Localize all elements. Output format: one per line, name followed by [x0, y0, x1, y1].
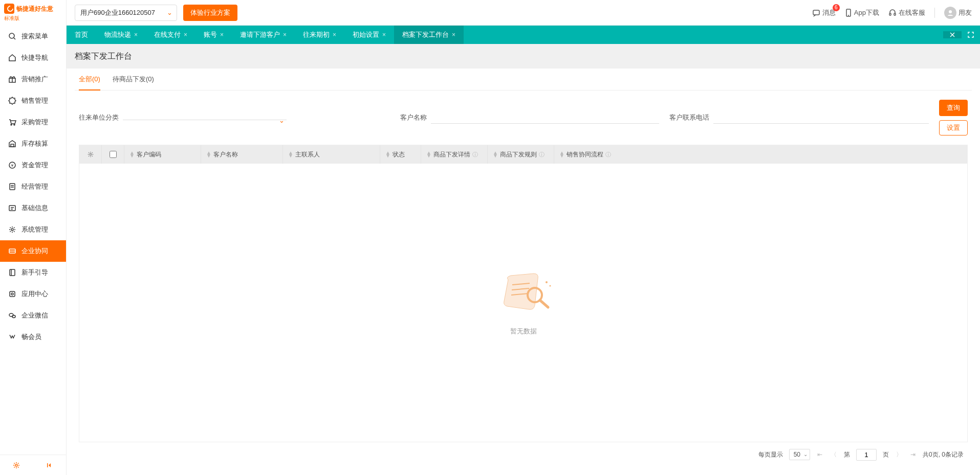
sidebar-item-label: 经营管理 [21, 182, 48, 191]
fullscreen-button[interactable] [962, 31, 980, 38]
sidebar-item-label: 搜索菜单 [21, 32, 48, 41]
svg-point-0 [9, 33, 14, 38]
close-icon[interactable]: × [220, 31, 224, 38]
first-page-button[interactable]: ⇤ [816, 450, 823, 459]
tab-invite[interactable]: 邀请下游客户× [232, 26, 295, 44]
per-page-select[interactable]: 50 ⌄ [789, 449, 810, 460]
col-status[interactable]: ▲▼状态 [380, 145, 421, 164]
svg-rect-25 [47, 463, 48, 467]
sidebar-item-label: 采购管理 [21, 118, 48, 127]
message-link[interactable]: 消息 6 [812, 8, 836, 17]
tab-account[interactable]: 账号× [195, 26, 232, 44]
close-icon[interactable]: × [134, 31, 138, 38]
help-icon[interactable]: ⓘ [539, 151, 545, 159]
chevron-down-icon: ⌄ [279, 117, 285, 124]
table: ▲▼客户编码 ▲▼客户名称 ▲▼主联系人 ▲▼状态 ▲▼商品下发详情 ⓘ ▲▼商… [79, 145, 968, 442]
close-icon[interactable]: × [283, 31, 287, 38]
tenant-select[interactable]: 用户690企业1660120507 ⌄ [75, 5, 177, 21]
svg-rect-6 [11, 144, 14, 147]
col-contact[interactable]: ▲▼主联系人 [283, 145, 380, 164]
filter-category-select[interactable]: ⌄ [123, 116, 287, 120]
help-icon[interactable]: ⓘ [472, 151, 478, 159]
tab-logistics[interactable]: 物流快递× [96, 26, 146, 44]
filter-customer-name-input[interactable] [431, 111, 660, 124]
sidebar-item-label: 基础信息 [21, 203, 48, 213]
sidebar-item-sales[interactable]: 销售管理 [0, 90, 66, 111]
message-badge: 6 [833, 4, 840, 11]
collapse-icon[interactable] [46, 461, 54, 469]
query-button[interactable]: 查询 [939, 100, 968, 116]
svg-rect-9 [10, 184, 15, 190]
close-icon[interactable]: × [184, 31, 187, 38]
col-dispatch-detail[interactable]: ▲▼商品下发详情 ⓘ [421, 145, 488, 164]
last-page-button[interactable]: ⇥ [909, 450, 917, 459]
close-icon[interactable]: × [452, 31, 455, 38]
sidebar-item-search[interactable]: 搜索菜单 [0, 26, 66, 47]
sidebar-item-vip[interactable]: 畅会员 [0, 326, 66, 348]
sidebar-item-quicknav[interactable]: 快捷导航 [0, 47, 66, 69]
avatar-icon [944, 7, 956, 19]
collab-icon [8, 247, 16, 255]
page-title: 档案下发工作台 [67, 44, 980, 69]
col-customer-name[interactable]: ▲▼客户名称 [201, 145, 283, 164]
close-all-tabs-button[interactable] [943, 31, 962, 38]
warehouse-icon [8, 140, 16, 148]
svg-point-23 [12, 315, 15, 318]
sidebar-item-appcenter[interactable]: 应用中心 [0, 283, 66, 305]
close-icon[interactable]: × [333, 31, 336, 38]
empty-state: 暂无数据 [79, 164, 967, 442]
settings-icon[interactable] [12, 461, 20, 469]
chevron-down-icon: ⌄ [803, 451, 808, 457]
brand-name: 畅捷通好生意 [16, 5, 53, 13]
sort-icon: ▲▼ [426, 151, 431, 157]
tab-initsettings[interactable]: 初始设置× [344, 26, 394, 44]
sidebar-item-system[interactable]: 系统管理 [0, 219, 66, 240]
sort-icon: ▲▼ [129, 151, 135, 157]
sidebar-item-label: 企业微信 [21, 311, 48, 320]
gift-icon [8, 75, 16, 83]
online-service-link[interactable]: 在线客服 [888, 8, 925, 17]
col-dispatch-rule[interactable]: ▲▼商品下发规则 ⓘ [488, 145, 554, 164]
sidebar-item-basicinfo[interactable]: 基础信息 [0, 197, 66, 219]
help-icon[interactable]: ⓘ [605, 151, 611, 159]
sidebar-item-marketing[interactable]: 营销推广 [0, 69, 66, 90]
select-all-checkbox[interactable] [102, 145, 124, 164]
sidebar-item-label: 新手引导 [21, 268, 48, 277]
sidebar-item-collab[interactable]: 企业协同 [0, 240, 66, 262]
empty-state-text: 暂无数据 [510, 327, 537, 336]
app-tabs: 首页 物流快递× 在线支付× 账号× 邀请下游客户× 往来期初× 初始设置× 档… [67, 26, 980, 44]
user-menu[interactable]: 用友 [944, 7, 972, 19]
sub-tabs: 全部(0) 待商品下发(0) [75, 69, 972, 91]
sidebar-item-guide[interactable]: 新手引导 [0, 262, 66, 283]
main: 用户690企业1660120507 ⌄ 体验行业方案 消息 6 App下载 在线… [67, 0, 980, 475]
sidebar-item-label: 快捷导航 [21, 53, 48, 62]
sidebar-item-label: 畅会员 [21, 332, 41, 342]
tab-opening[interactable]: 往来期初× [295, 26, 344, 44]
sidebar-item-operation[interactable]: 经营管理 [0, 176, 66, 197]
tab-home[interactable]: 首页 [67, 26, 96, 44]
sidebar-item-inventory[interactable]: 库存核算 [0, 133, 66, 154]
prev-page-button[interactable]: 〈 [830, 449, 838, 460]
headset-icon [888, 9, 897, 17]
app-download-link[interactable]: App下载 [845, 8, 879, 17]
svg-point-40 [546, 281, 548, 283]
sub-tab-all[interactable]: 全部(0) [79, 69, 100, 90]
settings-button[interactable]: 设置 [939, 120, 968, 135]
sub-tab-pending[interactable]: 待商品下发(0) [113, 69, 154, 90]
sidebar-item-wechat[interactable]: 企业微信 [0, 305, 66, 326]
page-suffix: 页 [883, 450, 889, 459]
sidebar-item-funds[interactable]: ¥ 资金管理 [0, 154, 66, 176]
col-customer-code[interactable]: ▲▼客户编码 [124, 145, 201, 164]
table-settings-button[interactable] [79, 145, 102, 164]
svg-point-31 [949, 10, 952, 13]
apps-icon [8, 290, 16, 298]
sidebar-item-purchase[interactable]: 采购管理 [0, 111, 66, 133]
col-sales-flow[interactable]: ▲▼销售协同流程 ⓘ [554, 145, 967, 164]
tab-archive-dispatch[interactable]: 档案下发工作台× [394, 26, 464, 44]
close-icon[interactable]: × [382, 31, 386, 38]
filter-customer-phone-input[interactable] [713, 111, 929, 124]
page-input[interactable] [856, 449, 877, 461]
next-page-button[interactable]: 〉 [895, 449, 903, 460]
tab-online-pay[interactable]: 在线支付× [146, 26, 195, 44]
industry-plan-button[interactable]: 体验行业方案 [183, 5, 237, 21]
